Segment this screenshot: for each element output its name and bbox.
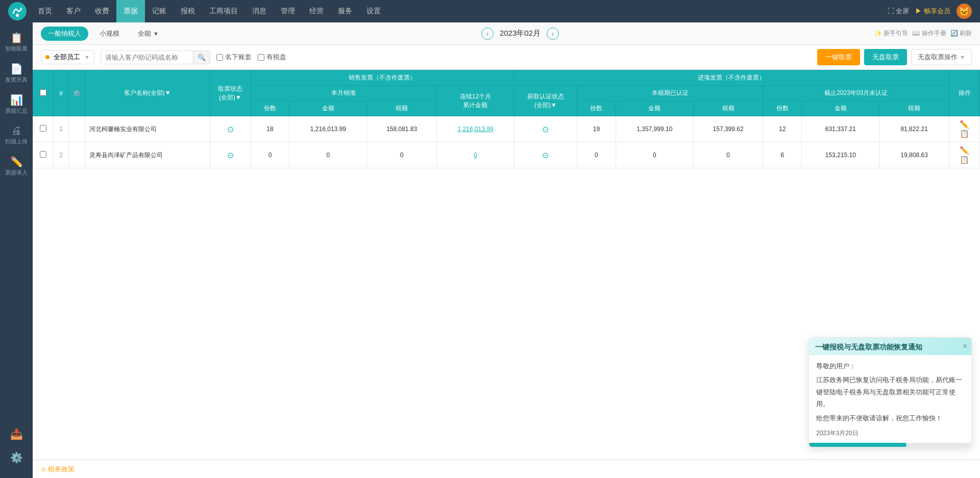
row-checkbox[interactable] [40,151,46,158]
vip-btn[interactable]: ▶ 畅享会员 [915,7,950,16]
sidebar-item-smart-retrieve[interactable]: 📋 智能取票 [0,27,33,58]
cumulative-link[interactable]: 1,216,013.99 [457,125,493,133]
employee-select[interactable]: 全部员工 ▼ [41,50,94,64]
no-disk-ops-btn[interactable]: 无盘取票操作 ▼ [911,49,972,65]
th-cert-amount: 金额 [616,101,693,116]
th-sale-group: 销售发票（不含作废票） [251,70,514,86]
manual-btn[interactable]: 📖 操作手册 [912,29,946,38]
row-action-cell: ✏️ 📋 [949,116,980,142]
avatar[interactable]: 🐱 [957,4,972,19]
row-status: ⊙ [210,142,251,168]
main-table: # ⚙️ 客户名称(全部)▼ 取票状态(全部)▼ 销售发票（不含作废票） 进项发… [33,70,980,168]
nav-home[interactable]: 首页 [31,0,59,22]
sidebar-download-btn[interactable]: 📥 [8,423,25,446]
table-header-row-1: # ⚙️ 客户名称(全部)▼ 取票状态(全部)▼ 销售发票（不含作废票） 进项发… [33,70,980,86]
tax-policy-link[interactable]: ⊙ 税务政策 [41,465,75,474]
th-cumulative: 连续12个月累计金额 [437,86,514,116]
nav-invoice[interactable]: 票据 [116,0,145,22]
nav-customer[interactable]: 客户 [59,0,88,22]
tab-general-taxpayer[interactable]: 一般纳税人 [41,27,88,41]
search-icon: 🔍 [198,54,206,61]
refresh-icon: 🔄 [950,30,958,37]
th-settings-icon[interactable]: ⚙️ [69,70,85,116]
detail-icon[interactable]: 📋 [960,155,969,164]
row-cert-status: ⊙ [514,142,577,168]
cumulative-link[interactable]: 0 [474,152,477,159]
nav-service[interactable]: 服务 [331,0,359,22]
row-status: ⊙ [210,116,251,142]
sidebar-settings-btn[interactable]: ⚙️ [8,446,25,470]
row-sale-amount: 0 [289,142,367,168]
row-num: 1 [54,116,69,142]
nav-bookkeeping[interactable]: 记账 [145,0,174,22]
logo-icon[interactable] [8,2,27,20]
th-uncert-amount: 金额 [802,101,879,116]
row-uncert-amount: 631,337.21 [802,116,879,142]
new-guide-btn[interactable]: ✨ 新手引导 [874,29,908,38]
refresh-btn[interactable]: 🔄 刷新 [950,29,972,38]
sidebar: 📋 智能取票 📄 发票开具 📊 票据汇总 🖨 扫描上传 ✏️ 票据录入 📥 ⚙️ [0,22,33,478]
sidebar-item-invoice-entry[interactable]: ✏️ 票据录入 [0,150,33,182]
select-all-checkbox[interactable] [40,89,46,96]
fullscreen-btn[interactable]: ⛶ 全屏 [888,7,910,16]
nav-manage[interactable]: 管理 [274,0,302,22]
manual-icon: 📖 [912,30,920,37]
month-nav: ‹ 2023年02月 › [170,28,870,40]
search-input[interactable] [101,51,193,64]
detail-icon[interactable]: 📋 [960,129,969,138]
no-disk-ops-dropdown-icon: ▼ [960,54,965,60]
edit-icon[interactable]: ✏️ [960,146,969,155]
nav-business[interactable]: 工商项目 [202,0,245,22]
sidebar-item-invoice-issue[interactable]: 📄 发票开具 [0,58,33,89]
invoice-summary-icon: 📊 [10,94,23,106]
filter-bar: 全部员工 ▼ 🔍 名下账套 有税盘 一键取票 无盘取票 无盘取票操作 ▼ [33,45,980,70]
th-status: 取票状态(全部)▼ [210,70,251,116]
nav-message[interactable]: 消息 [245,0,274,22]
edit-icon[interactable]: ✏️ [960,120,969,129]
filter-bar-right: 一键取票 无盘取票 无盘取票操作 ▼ [817,49,972,65]
row-cert-tax: 0 [693,142,763,168]
th-certified: 本税期已认证 [577,86,763,101]
th-uncert-count: 份数 [763,101,802,116]
no-disk-retrieve-btn[interactable]: 无盘取票 [864,49,907,65]
search-wrapper: 🔍 [101,51,210,64]
next-month-btn[interactable]: › [547,28,559,40]
row-customer: 灵寿县尚泽矿产品有限公司 [85,142,210,168]
nav-tax[interactable]: 报税 [174,0,202,22]
invoice-entry-icon: ✏️ [10,156,23,168]
tab-small-scale[interactable]: 小规模 [92,27,127,41]
tab-all[interactable]: 全能 ▼ [131,27,166,41]
row-uncert-tax: 81,822.21 [879,116,949,142]
prev-month-btn[interactable]: ‹ [481,28,494,40]
notification-scrollbar[interactable] [809,443,971,447]
row-uncert-count: 6 [763,142,802,168]
cert-status-icon: ⊙ [542,125,549,134]
status-check-icon: ⊙ [227,125,234,134]
sidebar-item-scan-upload[interactable]: 🖨 扫描上传 [0,120,33,150]
nav-right: ⛶ 全屏 ▶ 畅享会员 🐱 [888,4,972,19]
nav-operation[interactable]: 经营 [302,0,331,22]
row-uncert-tax: 19,808.63 [879,142,949,168]
nav-settings[interactable]: 设置 [359,0,388,22]
row-checkbox[interactable] [40,125,46,132]
tab-bar-right: ✨ 新手引导 📖 操作手册 🔄 刷新 [874,29,972,38]
tab-all-dropdown-icon[interactable]: ▼ [153,31,159,37]
checkbox-label-account[interactable]: 名下账套 [216,53,252,62]
status-check-icon: ⊙ [227,151,234,160]
checkbox-label-taxdisk[interactable]: 有税盘 [258,53,286,62]
sidebar-item-invoice-summary[interactable]: 📊 票据汇总 [0,89,33,120]
nav-fee[interactable]: 收费 [88,0,116,22]
th-num: # [54,70,69,116]
th-cert-status: 获取认证状态(全部)▼ [514,86,577,116]
row-cumulative: 1,216,013.99 [437,116,514,142]
checkbox-account[interactable] [216,54,223,61]
row-uncert-amount: 153,215.10 [802,142,879,168]
invoice-issue-icon: 📄 [10,63,23,75]
row-cumulative: 0 [437,142,514,168]
row-sale-tax: 158,081.83 [367,116,437,142]
th-action: 操作 [949,70,980,116]
notification-close-btn[interactable]: × [963,342,967,351]
search-button[interactable]: 🔍 [193,51,210,64]
quick-retrieve-btn[interactable]: 一键取票 [817,49,860,65]
checkbox-taxdisk[interactable] [258,54,264,61]
